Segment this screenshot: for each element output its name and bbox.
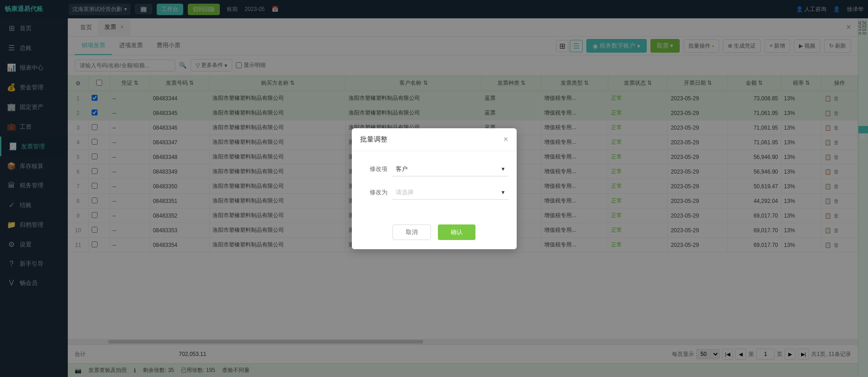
modify-value-chevron-icon: ▾ <box>502 189 505 196</box>
modify-field-select[interactable]: 客户 ▾ <box>392 162 508 176</box>
confirm-btn[interactable]: 确认 <box>438 224 475 240</box>
modal-body: 修改项 客户 ▾ 修改为 请选择 ▾ <box>352 151 517 220</box>
modify-value-label: 修改为 <box>360 188 388 197</box>
modal-overlay: 批量调整 × 修改项 客户 ▾ 修改为 请选择 ▾ <box>0 0 868 377</box>
cancel-btn[interactable]: 取消 <box>393 224 431 240</box>
modify-field-label: 修改项 <box>360 165 388 173</box>
modify-field-chevron-icon: ▾ <box>502 165 505 172</box>
modal-footer: 取消 确认 <box>352 220 517 249</box>
app-container: 畅康通易代账 沈海英测试经营勿删 ▾ 🏢 工作台 切到旧版 账期 2023-05… <box>0 0 868 377</box>
modify-field-value: 客户 <box>396 165 408 173</box>
modify-field-row: 修改项 客户 ▾ <box>360 162 508 176</box>
modify-value-select[interactable]: 请选择 ▾ <box>392 186 508 200</box>
modify-value-row: 修改为 请选择 ▾ <box>360 186 508 200</box>
modal-close-btn[interactable]: × <box>503 135 508 144</box>
modify-value-placeholder: 请选择 <box>396 188 414 197</box>
modal-title: 批量调整 <box>360 135 388 144</box>
batch-adjust-modal: 批量调整 × 修改项 客户 ▾ 修改为 请选择 ▾ <box>352 128 517 249</box>
modal-header: 批量调整 × <box>352 128 517 151</box>
